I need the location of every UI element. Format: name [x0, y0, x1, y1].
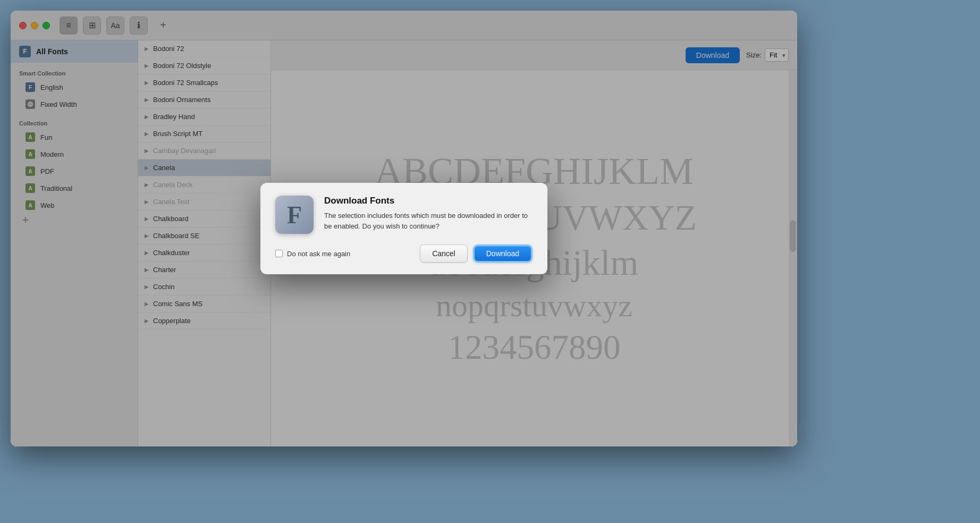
cancel-button[interactable]: Cancel: [420, 244, 468, 263]
dialog-icon: F: [275, 196, 314, 234]
download-fonts-dialog: F Download Fonts The selection includes …: [260, 183, 547, 274]
dialog-download-button[interactable]: Download: [473, 244, 533, 263]
dialog-footer: Do not ask me again Cancel Download: [275, 244, 533, 263]
dialog-overlay: F Download Fonts The selection includes …: [11, 11, 797, 446]
dialog-message: The selection includes fonts which must …: [324, 210, 533, 231]
dialog-text-content: Download Fonts The selection includes fo…: [324, 196, 533, 231]
dialog-header: F Download Fonts The selection includes …: [275, 196, 533, 234]
do-not-ask-label: Do not ask me again: [287, 250, 350, 258]
font-book-icon: F: [287, 201, 302, 229]
dialog-buttons: Cancel Download: [420, 244, 533, 263]
dialog-title: Download Fonts: [324, 196, 533, 206]
do-not-ask-checkbox[interactable]: [275, 250, 283, 257]
main-window: ≡ ⊞ Aa ℹ + F All Fonts Smart Collection: [11, 11, 797, 446]
do-not-ask-row: Do not ask me again: [275, 250, 350, 258]
